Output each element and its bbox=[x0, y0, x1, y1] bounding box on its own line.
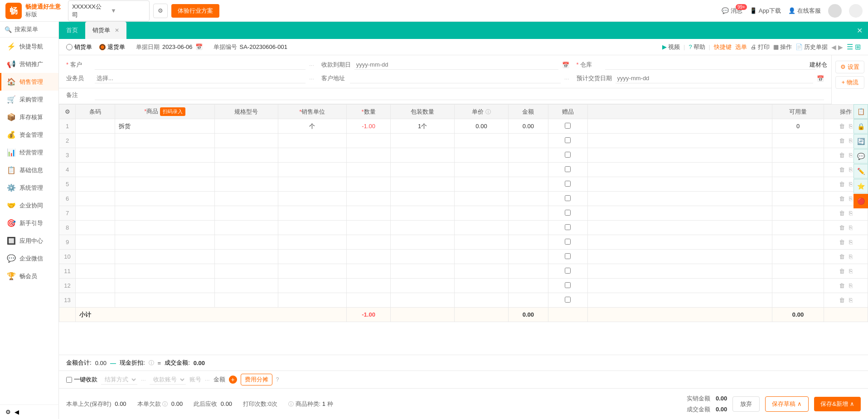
settings-button[interactable]: ⚙ bbox=[153, 4, 168, 18]
row-amount[interactable] bbox=[509, 192, 548, 206]
delete-icon[interactable]: 🗑 bbox=[839, 224, 845, 231]
sidebar-item-collab[interactable]: 🤝 企业协同 bbox=[0, 197, 58, 214]
row-packqty[interactable] bbox=[391, 293, 454, 308]
select-btn[interactable]: 选单 bbox=[735, 43, 747, 51]
gift-checkbox[interactable] bbox=[565, 152, 571, 158]
copy-icon[interactable]: ⎘ bbox=[849, 152, 853, 159]
row-remark[interactable] bbox=[588, 250, 772, 264]
row-barcode[interactable] bbox=[76, 221, 115, 235]
row-remark[interactable] bbox=[588, 235, 772, 250]
salesperson-input[interactable] bbox=[95, 73, 305, 83]
total-owe-info-icon[interactable]: ⓘ bbox=[162, 401, 168, 407]
radio-sales-label[interactable]: 销货单 bbox=[66, 43, 92, 51]
row-spec[interactable] bbox=[214, 148, 278, 163]
customer-more-icon[interactable]: ··· bbox=[309, 62, 314, 68]
row-barcode[interactable] bbox=[76, 177, 115, 192]
add-payment-btn[interactable]: + bbox=[229, 376, 237, 384]
row-amount[interactable] bbox=[509, 163, 548, 177]
copy-icon[interactable]: ⎘ bbox=[849, 210, 853, 217]
row-unit[interactable] bbox=[278, 163, 346, 177]
gift-checkbox[interactable] bbox=[565, 253, 571, 259]
expense-btn[interactable]: 费用分摊 bbox=[241, 374, 272, 385]
row-remark[interactable] bbox=[588, 177, 772, 192]
row-qty[interactable] bbox=[346, 163, 391, 177]
next-arrow[interactable]: ▶ bbox=[838, 43, 843, 51]
row-qty[interactable] bbox=[346, 250, 391, 264]
row-packqty[interactable] bbox=[391, 264, 454, 279]
float-btn-note[interactable]: 📋 bbox=[853, 104, 868, 119]
row-qty[interactable] bbox=[346, 148, 391, 163]
save-new-btn[interactable]: 保存&新增 ∧ bbox=[814, 397, 861, 411]
row-spec[interactable] bbox=[214, 119, 278, 134]
payment-method-select[interactable]: 结算方式 bbox=[101, 375, 137, 385]
copy-icon[interactable]: ⎘ bbox=[849, 239, 853, 246]
delete-icon[interactable]: 🗑 bbox=[839, 282, 845, 289]
delete-icon[interactable]: 🗑 bbox=[839, 166, 845, 173]
row-price[interactable] bbox=[454, 192, 508, 206]
discard-btn[interactable]: 放弃 bbox=[732, 396, 760, 412]
sidebar-collapse-icon[interactable]: ◀ bbox=[15, 409, 19, 415]
delete-icon[interactable]: 🗑 bbox=[839, 123, 845, 130]
expense-info-icon[interactable]: ? bbox=[276, 376, 279, 383]
prev-arrow[interactable]: ◀ bbox=[831, 43, 836, 51]
row-remark[interactable] bbox=[588, 119, 772, 134]
row-remark[interactable] bbox=[588, 279, 772, 293]
row-amount[interactable] bbox=[509, 235, 548, 250]
row-amount[interactable] bbox=[509, 134, 548, 148]
row-price[interactable] bbox=[454, 221, 508, 235]
float-btn-refresh[interactable]: 🔄 bbox=[853, 134, 868, 149]
row-product[interactable] bbox=[115, 264, 214, 279]
account-dots-icon[interactable]: ··· bbox=[205, 376, 210, 383]
row-barcode[interactable] bbox=[76, 192, 115, 206]
tab-sales-order[interactable]: 销货单 ✕ bbox=[85, 22, 126, 39]
sidebar-settings-icon[interactable]: ⚙ bbox=[5, 409, 11, 415]
scan-btn[interactable]: 扫码录入 bbox=[160, 107, 185, 116]
gift-checkbox[interactable] bbox=[565, 282, 571, 288]
radio-return-input[interactable] bbox=[99, 44, 106, 50]
row-unit[interactable] bbox=[278, 134, 346, 148]
sidebar-item-guide[interactable]: 🎯 新手引导 bbox=[0, 214, 58, 232]
row-product[interactable] bbox=[115, 279, 214, 293]
row-product[interactable] bbox=[115, 134, 214, 148]
row-gift[interactable] bbox=[548, 119, 587, 134]
warehouse-input[interactable] bbox=[605, 60, 816, 70]
customer-input[interactable] bbox=[95, 60, 305, 70]
tab-close-all-icon[interactable]: ✕ bbox=[857, 26, 863, 35]
row-price[interactable]: 0.00 bbox=[454, 119, 508, 134]
row-barcode[interactable] bbox=[76, 250, 115, 264]
delete-icon[interactable]: 🗑 bbox=[839, 297, 845, 303]
user-avatar[interactable] bbox=[828, 4, 842, 18]
row-gift[interactable] bbox=[548, 235, 587, 250]
grid-view-icon[interactable]: ⊞ bbox=[855, 43, 861, 51]
expected-date-input[interactable] bbox=[616, 73, 814, 83]
remark-input[interactable] bbox=[95, 90, 824, 100]
row-qty[interactable] bbox=[346, 221, 391, 235]
row-packqty[interactable] bbox=[391, 163, 454, 177]
row-spec[interactable] bbox=[214, 293, 278, 308]
delete-icon[interactable]: 🗑 bbox=[839, 195, 845, 202]
sidebar-item-inventory[interactable]: 📦 库存核算 bbox=[0, 108, 58, 126]
row-spec[interactable] bbox=[214, 192, 278, 206]
list-view-icon[interactable]: ☰ bbox=[847, 43, 853, 51]
row-gift[interactable] bbox=[548, 264, 587, 279]
row-unit[interactable] bbox=[278, 250, 346, 264]
row-spec[interactable] bbox=[214, 235, 278, 250]
radio-sales-input[interactable] bbox=[66, 44, 73, 50]
gift-checkbox[interactable] bbox=[565, 268, 571, 274]
row-price[interactable] bbox=[454, 250, 508, 264]
one-click-pay-label[interactable]: 一键收款 bbox=[66, 376, 97, 384]
row-price[interactable] bbox=[454, 235, 508, 250]
delete-icon[interactable]: 🗑 bbox=[839, 152, 845, 159]
settings-action-btn[interactable]: ⚙ 设置 bbox=[835, 61, 864, 73]
delete-icon[interactable]: 🗑 bbox=[839, 253, 845, 260]
customer-address-more-icon[interactable]: ··· bbox=[564, 75, 569, 82]
customer-address-input[interactable] bbox=[350, 73, 561, 83]
row-gift[interactable] bbox=[548, 148, 587, 163]
gift-checkbox[interactable] bbox=[565, 123, 571, 129]
row-qty[interactable] bbox=[346, 235, 391, 250]
row-qty[interactable] bbox=[346, 206, 391, 221]
row-packqty[interactable] bbox=[391, 250, 454, 264]
row-gift[interactable] bbox=[548, 250, 587, 264]
row-product[interactable] bbox=[115, 250, 214, 264]
row-amount[interactable] bbox=[509, 293, 548, 308]
